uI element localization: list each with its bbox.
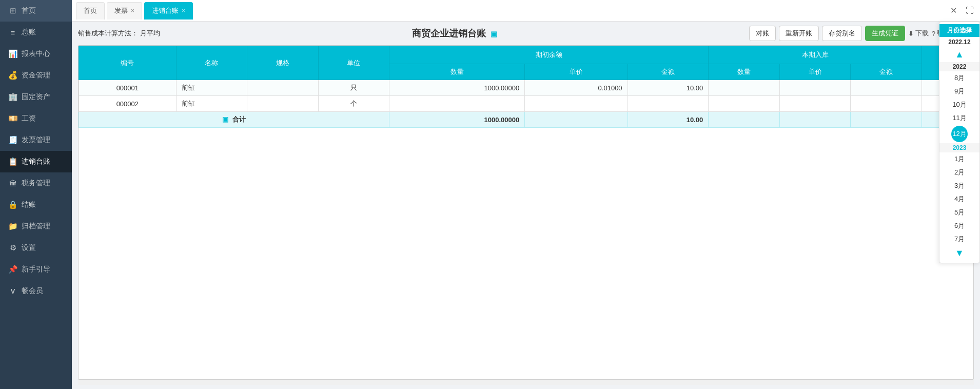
cell-opening-amount-2 xyxy=(628,96,709,112)
col-inbound-price: 单价 xyxy=(779,64,850,80)
month-12[interactable]: 12月 xyxy=(951,126,968,142)
content-area: 销售成本计算方法： 月平均 商贸企业进销台账 ▣ 对账 重新开账 存货别名 生成… xyxy=(72,22,980,389)
cell-opening-qty-2 xyxy=(389,96,525,112)
reports-icon: 📊 xyxy=(8,49,17,59)
download-label: 下载 xyxy=(915,29,929,38)
cost-method-value: 月平均 xyxy=(140,29,160,37)
page-title: 商贸企业进销台账 ▣ xyxy=(165,27,744,40)
closing-icon: 🔒 xyxy=(8,200,17,209)
cell-code-2: 000002 xyxy=(79,96,177,112)
sidebar-item-funds[interactable]: 💰 资金管理 xyxy=(0,65,72,86)
sidebar-item-settings[interactable]: ⚙ 设置 xyxy=(0,237,72,259)
sidebar-item-archive[interactable]: 📁 归档管理 xyxy=(0,216,72,237)
month-8[interactable]: 8月 xyxy=(939,71,979,85)
table-row: 000002 前缸 个 xyxy=(79,96,973,112)
cost-method: 销售成本计算方法： 月平均 xyxy=(78,29,160,38)
main-area: 首页 发票 × 进销台账 × ✕ ⛶ 销售成本计算方法： 月平均 商贸企业进销台… xyxy=(72,0,980,389)
payroll-icon: 💴 xyxy=(8,114,17,123)
sidebar-label-archive: 归档管理 xyxy=(22,222,50,231)
tab-invoice[interactable]: 发票 × xyxy=(107,2,142,20)
month-10[interactable]: 10月 xyxy=(939,98,979,111)
total-opening-price xyxy=(525,112,628,128)
month-panel-header: 月份选择 xyxy=(939,24,979,37)
month-panel: 月份选择 2022.12 ▲ 2022 8月 9月 10月 11月 12月 20… xyxy=(939,22,980,263)
sidebar-label-home: 首页 xyxy=(22,6,36,15)
cell-spec-2 xyxy=(247,96,318,112)
assets-icon: 🏢 xyxy=(8,92,17,102)
month-7[interactable]: 7月 xyxy=(939,232,979,246)
sidebar-label-guide: 新手引导 xyxy=(22,265,50,274)
horizontal-scrollbar[interactable] xyxy=(78,380,974,385)
sidebar-label-closing: 结账 xyxy=(22,200,36,209)
cell-inbound-price-1 xyxy=(779,80,850,96)
month-scroll-up[interactable]: ▲ xyxy=(939,47,979,62)
col-inbound: 本期入库 xyxy=(709,46,922,64)
total-opening-qty: 1000.00000 xyxy=(389,112,525,128)
cell-inbound-amount-1 xyxy=(851,80,922,96)
ledger-icon: ≡ xyxy=(8,28,17,37)
month-1[interactable]: 1月 xyxy=(939,152,979,166)
month-11[interactable]: 11月 xyxy=(939,111,979,125)
sidebar-label-payroll: 工资 xyxy=(22,114,36,123)
maximize-button[interactable]: ⛶ xyxy=(964,5,976,17)
close-button[interactable]: ✕ xyxy=(947,5,959,17)
table-container: 编号 名称 规格 单位 期初余额 本期入库 数 数量 单价 金额 数量 单价 xyxy=(78,45,974,380)
invoice-mgmt-icon: 🧾 xyxy=(8,135,17,145)
month-9[interactable]: 9月 xyxy=(939,85,979,98)
sidebar-item-invoice-mgmt[interactable]: 🧾 发票管理 xyxy=(0,129,72,151)
save-alias-button[interactable]: 存货别名 xyxy=(822,26,862,41)
col-opening-balance: 期初余额 xyxy=(389,46,709,64)
sidebar-item-closing[interactable]: 🔒 结账 xyxy=(0,194,72,216)
sidebar-item-payroll[interactable]: 💴 工资 xyxy=(0,108,72,129)
reconcile-button[interactable]: 对账 xyxy=(749,26,776,41)
archive-icon: 📁 xyxy=(8,222,17,231)
month-6[interactable]: 6月 xyxy=(939,219,979,232)
sidebar-item-ledger[interactable]: ≡ 总账 xyxy=(0,22,72,43)
sidebar-item-guide[interactable]: 📌 新手引导 xyxy=(0,259,72,280)
download-button[interactable]: ⬇ 下载 xyxy=(908,29,929,38)
sidebar-item-tax[interactable]: 🏛 税务管理 xyxy=(0,172,72,194)
top-bar: 销售成本计算方法： 月平均 商贸企业进销台账 ▣ 对账 重新开账 存货别名 生成… xyxy=(78,26,974,41)
sidebar-label-member: 畅会员 xyxy=(22,286,43,296)
month-2[interactable]: 2月 xyxy=(939,166,979,179)
cell-unit-2: 个 xyxy=(318,96,389,112)
month-5[interactable]: 5月 xyxy=(939,206,979,219)
sidebar-item-assets[interactable]: 🏢 固定资产 xyxy=(0,86,72,108)
tab-purchase-sales[interactable]: 进销台账 × xyxy=(144,2,193,20)
month-3[interactable]: 3月 xyxy=(939,179,979,192)
col-opening-price: 单价 xyxy=(525,64,628,80)
sidebar: ⊞ 首页 ≡ 总账 📊 报表中心 💰 资金管理 🏢 固定资产 💴 工资 🧾 发票… xyxy=(0,0,72,389)
title-edit-icon[interactable]: ▣ xyxy=(491,30,497,38)
total-label: ▣ 合计 xyxy=(79,112,389,128)
sidebar-item-home[interactable]: ⊞ 首页 xyxy=(0,0,72,22)
tab-invoice-close[interactable]: × xyxy=(131,7,134,14)
col-inbound-qty: 数量 xyxy=(709,64,779,80)
generate-voucher-button[interactable]: 生成凭证 xyxy=(865,26,905,41)
sidebar-item-purchase-sales[interactable]: 📋 进销台账 xyxy=(0,151,72,172)
cell-opening-amount-1: 10.00 xyxy=(628,80,709,96)
month-4[interactable]: 4月 xyxy=(939,192,979,206)
sidebar-item-member[interactable]: V 畅会员 xyxy=(0,280,72,302)
home-icon: ⊞ xyxy=(8,6,17,15)
month-scroll-down[interactable]: ▼ xyxy=(939,246,979,261)
cell-inbound-qty-1 xyxy=(709,80,779,96)
settings-icon: ⚙ xyxy=(8,243,17,252)
sidebar-item-reports[interactable]: 📊 报表中心 xyxy=(0,43,72,65)
total-row: ▣ 合计 1000.00000 10.00 xyxy=(79,112,973,128)
month-12-wrapper: 12月 xyxy=(939,125,979,143)
cell-name-1: 前缸 xyxy=(176,80,247,96)
current-year-display: 2022.12 xyxy=(939,37,979,47)
page-title-text: 商贸企业进销台账 xyxy=(412,28,486,38)
guide-icon: 📌 xyxy=(8,265,17,274)
cell-inbound-price-2 xyxy=(779,96,850,112)
member-icon: V xyxy=(8,286,17,296)
col-code: 编号 xyxy=(79,46,177,80)
tab-purchase-sales-close[interactable]: × xyxy=(182,7,185,14)
total-text: 合计 xyxy=(232,115,246,123)
tab-purchase-sales-label: 进销台账 xyxy=(152,6,179,15)
sidebar-label-reports: 报表中心 xyxy=(22,49,50,59)
year-2022: 2022 xyxy=(939,62,979,71)
reopen-period-button[interactable]: 重新开账 xyxy=(779,26,819,41)
tab-home[interactable]: 首页 xyxy=(76,2,105,20)
cell-unit-1: 只 xyxy=(318,80,389,96)
